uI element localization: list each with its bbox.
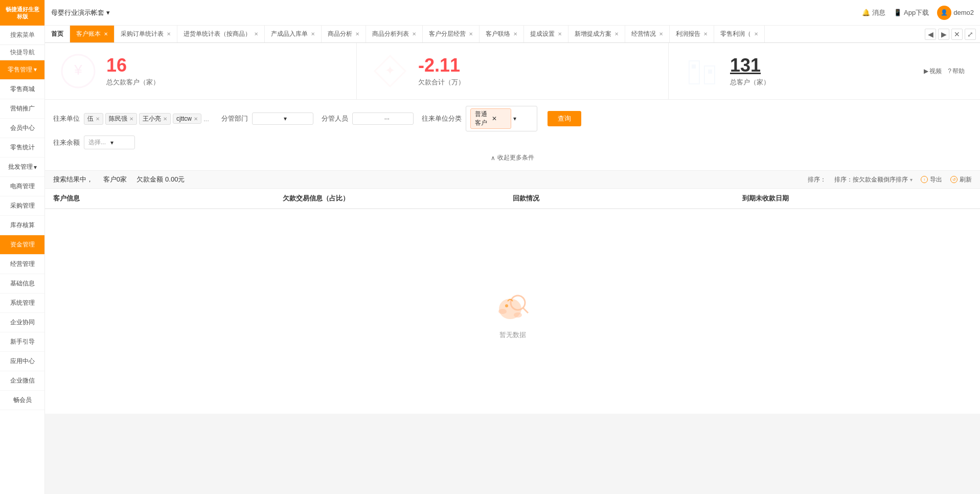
- tab-purchase-orders[interactable]: 采购订单统计表 ✕: [115, 26, 177, 42]
- filter-tag-4[interactable]: cjttcw ✕: [173, 114, 201, 124]
- sidebar-item-app-center[interactable]: 应用中心: [0, 352, 44, 371]
- tab-close-icon[interactable]: ✕: [104, 31, 108, 37]
- sidebar-quick-nav[interactable]: 快捷导航: [0, 45, 44, 60]
- video-link[interactable]: ▶ 视频: [924, 67, 942, 76]
- unit-type-select[interactable]: 普通客户 ✕ ▾: [466, 106, 537, 131]
- tag-close-icon[interactable]: ✕: [129, 116, 133, 122]
- topbar-right: 🔔 消息 📱 App下载 👤 demo2: [862, 6, 974, 20]
- debt-number: -2.11: [418, 55, 465, 76]
- tab-close-icon[interactable]: ✕: [412, 31, 416, 37]
- sidebar-item-new-guide[interactable]: 新手引导: [0, 332, 44, 352]
- tab-close-icon[interactable]: ✕: [254, 31, 258, 37]
- refresh-button[interactable]: ↺ 刷新: [950, 175, 972, 184]
- sidebar-item-label: 库存核算: [10, 221, 35, 229]
- tab-close-all-button[interactable]: ✕: [951, 29, 963, 40]
- customers-icon: ¥: [60, 53, 96, 89]
- tab-promotion-settings[interactable]: 提成设置 ✕: [524, 26, 568, 42]
- filter-tag-2[interactable]: 陈民强 ✕: [105, 113, 137, 125]
- sidebar-item-vip[interactable]: 畅会员: [0, 391, 44, 410]
- tab-stock-stats[interactable]: 进货单统计表（按商品） ✕: [177, 26, 265, 42]
- topbar-left: 母婴行业演示帐套 ▾: [51, 8, 110, 17]
- stat-info-customers: 16 总欠款客户（家）: [106, 55, 159, 87]
- filter-tag-3[interactable]: 王小亮 ✕: [139, 113, 171, 125]
- tab-retail-profit[interactable]: 零售利润（ ✕: [714, 26, 765, 42]
- chevron-down-icon: ▾: [284, 115, 309, 122]
- sidebar-item-marketing[interactable]: 营销推广: [0, 99, 44, 119]
- tag-close-icon[interactable]: ✕: [194, 116, 198, 122]
- total-label: 总客户（家）: [730, 78, 770, 87]
- sort-select[interactable]: 排序：按欠款金额倒序排序 ▾: [834, 175, 913, 184]
- unit-type-selected-tag[interactable]: 普通客户 ✕: [470, 108, 511, 129]
- sidebar-item-wholesale-mgmt[interactable]: 批发管理 ▾: [0, 158, 44, 177]
- sidebar-search[interactable]: 搜索菜单: [0, 26, 44, 45]
- sidebar-item-enterprise-wechat[interactable]: 企业微信: [0, 371, 44, 391]
- tab-customer-contact[interactable]: 客户联络 ✕: [480, 26, 524, 42]
- tab-close-icon[interactable]: ✕: [558, 31, 562, 37]
- message-button[interactable]: 🔔 消息: [862, 8, 885, 17]
- tab-goods-analysis-list[interactable]: 商品分析列表 ✕: [366, 26, 423, 42]
- tab-customers[interactable]: 客户账本 ✕: [70, 26, 115, 42]
- tab-close-icon[interactable]: ✕: [355, 31, 359, 37]
- balance-select[interactable]: 选择... ▾: [84, 136, 135, 149]
- empty-state: 暂无数据: [492, 253, 533, 370]
- sort-label: 排序：: [808, 175, 826, 184]
- tab-product-stock[interactable]: 产成品入库单 ✕: [265, 26, 322, 42]
- tab-close-icon[interactable]: ✕: [659, 31, 663, 37]
- query-button[interactable]: 查询: [548, 111, 581, 126]
- account-selector[interactable]: 母婴行业演示帐套 ▾: [51, 8, 110, 17]
- sidebar-item-system[interactable]: 系统管理: [0, 294, 44, 313]
- collapse-button[interactable]: ∧ 收起更多条件: [489, 151, 536, 164]
- user-profile[interactable]: 👤 demo2: [937, 6, 974, 20]
- tab-operation-status[interactable]: 经营情况 ✕: [625, 26, 670, 42]
- tab-home[interactable]: 首页: [45, 26, 70, 42]
- sidebar-item-member-center[interactable]: 会员中心: [0, 119, 44, 138]
- filter-tags: 伍 ✕ 陈民强 ✕ 王小亮 ✕ cjttcw ✕: [84, 113, 209, 125]
- sidebar-item-basic-info[interactable]: 基础信息: [0, 274, 44, 294]
- dept-select[interactable]: ▾: [252, 113, 313, 125]
- tab-new-promotion[interactable]: 新增提成方案 ✕: [568, 26, 625, 42]
- tab-next-button[interactable]: ▶: [938, 29, 949, 40]
- tab-close-icon[interactable]: ✕: [513, 31, 517, 37]
- sidebar-item-inventory[interactable]: 库存核算: [0, 216, 44, 235]
- tab-customer-segment[interactable]: 客户分层经营 ✕: [423, 26, 480, 42]
- tab-label: 商品分析列表: [372, 30, 409, 38]
- filter-row-1: 往来单位 伍 ✕ 陈民强 ✕ 王小亮 ✕: [53, 106, 972, 131]
- help-link[interactable]: ? 帮助: [948, 67, 965, 76]
- tab-close-icon[interactable]: ✕: [754, 31, 758, 37]
- unit-type-close-icon[interactable]: ✕: [492, 115, 507, 122]
- tab-profit-report[interactable]: 利润报告 ✕: [670, 26, 714, 42]
- sidebar-quick-nav-label: 快捷导航: [10, 49, 35, 56]
- sidebar-item-retail-stats[interactable]: 零售统计: [0, 138, 44, 158]
- tab-close-icon[interactable]: ✕: [614, 31, 619, 37]
- tabbar-controls: ◀ ▶ ✕ ⤢: [921, 29, 980, 40]
- export-button[interactable]: ↑ 导出: [921, 175, 942, 184]
- sidebar-item-label: 畅会员: [13, 396, 32, 403]
- person-select[interactable]: ···: [352, 113, 414, 125]
- app-download-button[interactable]: 📱 App下载: [894, 8, 929, 17]
- tab-close-icon[interactable]: ✕: [469, 31, 473, 37]
- sidebar-item-label: 经营管理: [10, 260, 35, 267]
- tab-goods-analysis[interactable]: 商品分析 ✕: [322, 26, 366, 42]
- tab-expand-button[interactable]: ⤢: [965, 29, 976, 40]
- collapse-icon: ∧: [491, 154, 495, 162]
- sidebar-item-retail-mgmt[interactable]: 零售管理 ▾: [0, 60, 44, 80]
- total-number: 131: [730, 55, 770, 76]
- tab-prev-button[interactable]: ◀: [925, 29, 936, 40]
- sidebar-item-retail-mall[interactable]: 零售商城: [0, 80, 44, 99]
- sidebar-item-enterprise-coop[interactable]: 企业协同: [0, 313, 44, 332]
- amount-label: 欠款金额 0.00元: [136, 175, 185, 183]
- tab-close-icon[interactable]: ✕: [311, 31, 315, 37]
- filter-tag-1[interactable]: 伍 ✕: [84, 113, 103, 125]
- sidebar-item-ecommerce[interactable]: 电商管理: [0, 177, 44, 196]
- bell-icon: 🔔: [862, 9, 870, 16]
- sidebar-item-purchase[interactable]: 采购管理: [0, 196, 44, 216]
- filter-more-icon[interactable]: ...: [203, 115, 209, 123]
- stat-card-customers: ¥ 16 总欠款客户（家）: [45, 43, 357, 99]
- sidebar-item-operations[interactable]: 经营管理: [0, 255, 44, 274]
- tab-close-icon[interactable]: ✕: [167, 31, 171, 37]
- tag-close-icon[interactable]: ✕: [163, 116, 167, 122]
- tag-close-icon[interactable]: ✕: [96, 116, 100, 122]
- tab-label: 商品分析: [328, 30, 352, 38]
- tab-close-icon[interactable]: ✕: [703, 31, 708, 37]
- sidebar-item-funds-mgmt[interactable]: 资金管理: [0, 235, 44, 255]
